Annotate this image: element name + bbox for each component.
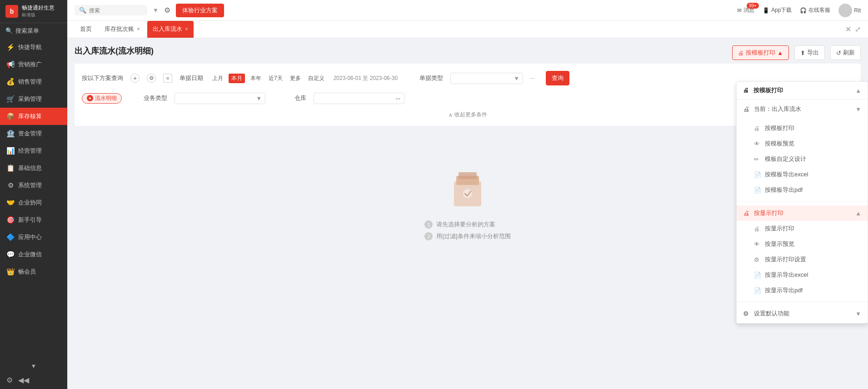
dropdown-template-print-item[interactable]: 🖨 按模板打印 bbox=[737, 120, 868, 136]
dropdown-divider-2 bbox=[737, 302, 868, 302]
dropdown-display-print-item[interactable]: 🖨 按显示打印 bbox=[737, 221, 868, 236]
headset-icon: 🎧 bbox=[800, 7, 807, 14]
warehouse-dots[interactable]: ··· bbox=[395, 95, 400, 102]
step-2-num: 2 bbox=[424, 232, 433, 240]
empty-step-1: 1 请先选择要分析的方案 bbox=[424, 220, 510, 229]
sidebar-scroll-down[interactable]: ▼ bbox=[0, 361, 67, 371]
message-btn[interactable]: ✉ 消息 99+ bbox=[737, 6, 754, 14]
sidebar-item-inventory[interactable]: 📦 库存核算 bbox=[0, 108, 67, 125]
sidebar-item-beginner[interactable]: 🎯 新手引导 bbox=[0, 211, 67, 229]
tab-inventory-batch[interactable]: 库存批次账 × bbox=[99, 21, 145, 38]
print-template-btn[interactable]: 🖨 按模板打印 ▲ bbox=[732, 45, 789, 60]
dropdown-display-pdf-item[interactable]: 📄 按显示导出pdf bbox=[737, 283, 868, 298]
maximize-window-icon[interactable]: ⤢ bbox=[855, 25, 861, 34]
type-more-link[interactable]: ··· bbox=[530, 75, 535, 81]
refresh-btn[interactable]: ↺ 刷新 bbox=[830, 45, 861, 60]
sidebar-bottom: ⚙ ◀◀ bbox=[0, 371, 67, 389]
search-icon: 🔍 bbox=[5, 27, 13, 34]
sidebar-item-label: 应用中心 bbox=[18, 233, 42, 241]
dropdown-display-settings-item[interactable]: ⚙ 按显示打印设置 bbox=[737, 252, 868, 267]
tab-home[interactable]: 首页 bbox=[75, 21, 97, 38]
collapse-more-btn[interactable]: ∧ 收起更多条件 bbox=[449, 111, 487, 119]
sidebar-item-label: 新手引导 bbox=[18, 216, 42, 224]
dropdown-collapse-icon[interactable]: ▲ bbox=[855, 87, 861, 94]
date-tab-this-month[interactable]: 本月 bbox=[229, 74, 245, 83]
filter-settings-btn[interactable]: ⚙ bbox=[147, 74, 156, 83]
dropdown-current-header[interactable]: 🖨 当前：出入库流水 ▼ bbox=[737, 101, 868, 117]
collapse-sidebar-icon[interactable]: ◀◀ bbox=[18, 376, 29, 384]
export-btn[interactable]: ⬆ 导出 bbox=[794, 45, 825, 60]
date-tab-more[interactable]: 更多 bbox=[288, 74, 303, 83]
app-download-btn[interactable]: 📱 App下载 bbox=[763, 6, 792, 14]
app-download-icon: 📱 bbox=[763, 7, 769, 14]
sidebar-item-label: 企业协同 bbox=[18, 199, 42, 207]
sidebar-item-marketing[interactable]: 📢 营销推广 bbox=[0, 56, 67, 73]
sidebar-item-operations[interactable]: 📊 经营管理 bbox=[0, 142, 67, 160]
dropdown-template-preview-item[interactable]: 👁 按模板预览 bbox=[737, 136, 868, 151]
sidebar-item-enterprise[interactable]: 🤝 企业协同 bbox=[0, 194, 67, 211]
type-select[interactable] bbox=[450, 73, 523, 84]
tab-inout-flow[interactable]: 出入库流水 × bbox=[147, 21, 194, 38]
sidebar-item-wechat[interactable]: 💬 企业微信 bbox=[0, 246, 67, 263]
tab-close-active-icon[interactable]: × bbox=[185, 26, 188, 32]
close-window-icon[interactable]: ✕ bbox=[845, 25, 851, 34]
dropdown-template-design-item[interactable]: ✏ 模板自定义设计 bbox=[737, 151, 868, 167]
biz-type-select[interactable] bbox=[175, 93, 265, 104]
date-tab-last-month[interactable]: 上月 bbox=[210, 74, 225, 83]
topbar-search-box[interactable]: 🔍 bbox=[75, 5, 147, 15]
dropdown-template-excel-item[interactable]: 📄 按模板导出excel bbox=[737, 167, 868, 182]
sidebar-item-member[interactable]: 👑 畅会员 bbox=[0, 263, 67, 280]
member-icon: 👑 bbox=[6, 268, 15, 276]
sidebar-search-label: 搜索菜单 bbox=[15, 27, 39, 35]
date-tab-7days[interactable]: 近7天 bbox=[267, 74, 284, 83]
chevron-up-icon: ▲ bbox=[777, 50, 783, 56]
topbar-search-input[interactable] bbox=[89, 7, 135, 14]
dropdown-display-preview-item[interactable]: 👁 按显示预览 bbox=[737, 236, 868, 252]
date-tab-this-year[interactable]: 本年 bbox=[249, 74, 263, 83]
biz-type-wrapper: ▼ bbox=[175, 93, 265, 104]
user-avatar-area[interactable]: Rit bbox=[838, 4, 861, 17]
dropdown-display-excel-item[interactable]: 📄 按显示导出excel bbox=[737, 267, 868, 283]
settings-bottom-icon[interactable]: ⚙ bbox=[6, 376, 13, 384]
dropdown-item-label: 按显示导出excel bbox=[765, 271, 808, 279]
query-btn[interactable]: 查询 bbox=[546, 71, 569, 85]
sidebar-item-quick-nav[interactable]: ⚡ 快捷导航 bbox=[0, 39, 67, 56]
sidebar-item-appcenter[interactable]: 🔷 应用中心 bbox=[0, 229, 67, 246]
dropdown-display-chevron: ▲ bbox=[855, 210, 861, 217]
sidebar-item-sales[interactable]: 💰 销售管理 bbox=[0, 73, 67, 90]
main-area: 🔍 ▼ ⚙ 体验行业方案 ✉ 消息 99+ 📱 App下载 🎧 在线客服 Rit bbox=[67, 0, 868, 389]
filter-collapse-btn[interactable]: « bbox=[163, 74, 172, 83]
sidebar-item-label: 畅会员 bbox=[18, 268, 36, 276]
app-version: 标准版 bbox=[22, 12, 55, 18]
type-select-wrapper: ▼ bbox=[450, 73, 523, 84]
dropdown-template-pdf-item[interactable]: 📄 按模板导出pdf bbox=[737, 182, 868, 198]
trial-industry-btn[interactable]: 体验行业方案 bbox=[176, 4, 224, 17]
sidebar-item-purchase[interactable]: 🛒 采购管理 bbox=[0, 90, 67, 108]
dropdown-header: 🖨 按模板打印 ▲ bbox=[737, 82, 868, 100]
topbar-gear-icon[interactable]: ⚙ bbox=[164, 6, 170, 15]
online-service-btn[interactable]: 🎧 在线客服 bbox=[800, 6, 830, 14]
dropdown-divider-1 bbox=[737, 201, 868, 202]
date-tab-custom[interactable]: 自定义 bbox=[306, 74, 326, 83]
filter-add-btn[interactable]: + bbox=[130, 74, 140, 83]
tab-label: 库存批次账 bbox=[105, 25, 134, 33]
tab-label: 出入库流水 bbox=[153, 25, 182, 33]
empty-steps: 1 请先选择要分析的方案 2 用[过滤]条件来缩小分析范围 bbox=[424, 220, 510, 240]
warehouse-input[interactable] bbox=[318, 95, 395, 102]
dropdown-display-header[interactable]: 🖨 按显示打印 ▲ bbox=[737, 205, 868, 221]
page-actions: 🖨 按模板打印 ▲ ⬆ 导出 ↺ 刷新 bbox=[732, 45, 861, 60]
display-preview-icon: 👁 bbox=[754, 241, 761, 248]
display-excel-icon: 📄 bbox=[754, 272, 761, 279]
topbar-search-chevron[interactable]: ▼ bbox=[153, 7, 159, 14]
app-logo: b 畅捷通好生意 标准版 bbox=[0, 0, 67, 23]
tab-close-icon[interactable]: × bbox=[137, 26, 140, 32]
sidebar-item-system[interactable]: ⚙ 系统管理 bbox=[0, 177, 67, 194]
dropdown-default-header[interactable]: ⚙ 设置默认功能 ▼ bbox=[737, 306, 868, 321]
sidebar-search[interactable]: 🔍 搜索菜单 bbox=[0, 23, 67, 39]
dropdown-item-label: 按模板导出pdf bbox=[765, 186, 803, 194]
sidebar-item-basic[interactable]: 📋 基础信息 bbox=[0, 160, 67, 177]
sidebar-item-finance[interactable]: 🏦 资金管理 bbox=[0, 125, 67, 142]
message-icon: ✉ bbox=[737, 7, 742, 14]
beginner-icon: 🎯 bbox=[6, 216, 15, 224]
type-filter-label: 单据类型 bbox=[419, 74, 443, 82]
